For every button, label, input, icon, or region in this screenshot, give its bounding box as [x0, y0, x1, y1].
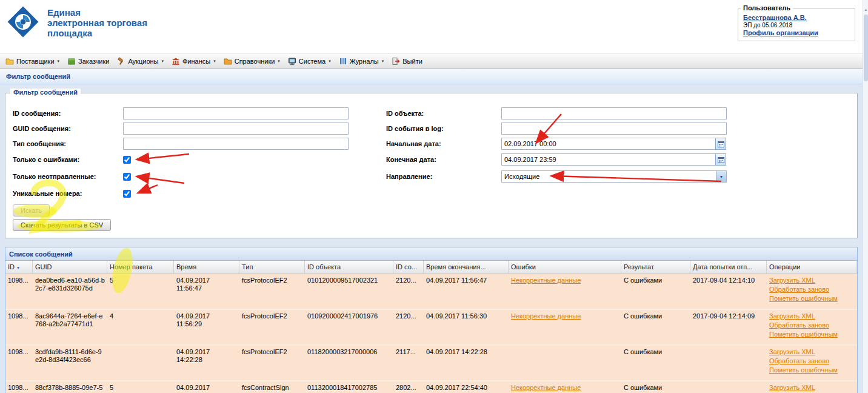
chevron-down-icon: ▾ — [716, 171, 726, 182]
field-label: Только с ошибками: — [13, 156, 123, 163]
errors-only-checkbox[interactable] — [123, 156, 131, 164]
end-date-input[interactable] — [501, 153, 716, 166]
operation-link[interactable]: Загрузить XML — [769, 277, 855, 284]
cell-package: 5 — [107, 274, 174, 309]
calendar-icon[interactable] — [715, 153, 726, 166]
error-link[interactable]: Некорректные данные — [511, 277, 581, 284]
user-panel-legend: Пользователь — [741, 4, 793, 12]
calendar-icon[interactable] — [715, 138, 726, 150]
menu-item-journals[interactable]: Журналы▾ — [336, 55, 389, 67]
field-label: Только неотправленные: — [13, 173, 123, 180]
table-row[interactable]: 1098...3cdfda9b-8111-6d6e-9e2d-8d34f423e… — [5, 346, 857, 381]
column-header-id_so[interactable]: ID со... — [393, 261, 424, 274]
error-link[interactable]: Некорректные данные — [511, 312, 581, 320]
page-title: Фильтр сообщений — [0, 69, 863, 84]
operation-link[interactable]: Загрузить XML — [769, 312, 855, 320]
menu-item-label: Аукционы — [128, 58, 158, 65]
cell-package: 4 — [107, 310, 174, 344]
menu-item-label: Система — [299, 58, 326, 65]
column-header-type[interactable]: Тип — [239, 261, 305, 274]
chevron-down-icon: ▾ — [213, 59, 216, 64]
table-row[interactable]: 1098...8ac9644a-7264-e6ef-e768-a2b2a7747… — [5, 310, 857, 346]
user-name-link[interactable]: Бесстрашнова А.В. — [743, 14, 850, 21]
operation-link[interactable]: Обработать заново — [769, 321, 855, 329]
menu-item-system[interactable]: Система▾ — [285, 55, 336, 67]
cell-package — [107, 346, 174, 380]
column-header-result[interactable]: Результат — [621, 261, 690, 274]
cell-result: С ошибками — [621, 274, 690, 309]
column-header-errors[interactable]: Ошибки — [509, 261, 621, 274]
field-label: ID сообщения: — [13, 110, 123, 117]
scrollbar[interactable]: ▲ — [863, 0, 868, 393]
menu-item-suppliers[interactable]: Поставщики▾ — [2, 55, 64, 67]
search-button[interactable]: Искать — [13, 204, 50, 217]
start-date-input[interactable] — [501, 138, 716, 150]
org-profile-link[interactable]: Профиль организации — [743, 29, 850, 36]
operation-link[interactable]: Пометить ошибочным — [769, 331, 855, 338]
cell-errors: Некорректные данные — [509, 274, 621, 309]
menu-item-finances[interactable]: Финансы▾ — [169, 55, 221, 67]
column-header-package[interactable]: Номер пакета — [107, 261, 174, 274]
download-csv-button[interactable]: Скачать результаты в CSV — [13, 219, 111, 231]
unique-numbers-checkbox[interactable] — [123, 190, 131, 198]
menu-item-label: Заказчики — [78, 58, 109, 65]
menu-item-references[interactable]: Справочники▾ — [221, 55, 285, 67]
app-header: Единая электронная торговая площадка Пол… — [0, 0, 863, 53]
operation-link[interactable]: Загрузить XML — [769, 384, 855, 392]
scroll-thumb[interactable] — [864, 15, 868, 81]
scroll-up-icon[interactable]: ▲ — [863, 6, 868, 13]
table-row[interactable]: 1098...88cf378b-8885-09e7-5d2a-7b41c6e0a… — [5, 381, 857, 393]
cell-attempt_date: 2017-09-04 12:14:10 — [690, 274, 767, 309]
column-header-time[interactable]: Время — [174, 261, 239, 274]
column-header-end_time[interactable]: Время окончания... — [424, 261, 509, 274]
direction-select[interactable]: Исходящие ▾ — [501, 170, 727, 183]
cell-package: 5 — [107, 381, 174, 393]
message-type-input[interactable] — [123, 138, 349, 150]
cell-id_so: 2117... — [393, 346, 424, 380]
column-header-id[interactable]: ID▾ — [5, 261, 33, 274]
cell-id: 1098... — [5, 310, 33, 344]
table-row[interactable]: 1098...dea0bed6-ea10-a56d-b2c7-e831d3260… — [5, 274, 857, 310]
column-header-attempt_date[interactable]: Дата попытки отп... — [690, 261, 767, 274]
field-label: Тип сообщения: — [13, 140, 123, 147]
menu-item-customers[interactable]: Заказчики — [64, 55, 114, 67]
menu-item-label: Выйти — [402, 58, 422, 65]
column-header-guid[interactable]: GUID — [33, 261, 107, 274]
log-event-id-input[interactable] — [501, 123, 727, 135]
menu-item-label: Поставщики — [16, 58, 55, 65]
cell-guid: 88cf378b-8885-09e7-5d2a-7b41c6e0a315 — [33, 381, 107, 393]
system-icon — [288, 57, 296, 66]
column-header-object_id[interactable]: ID объекта — [305, 261, 393, 274]
field-label: Конечная дата: — [386, 156, 501, 163]
operation-link[interactable]: Пометить ошибочным — [769, 295, 855, 303]
object-id-input[interactable] — [501, 107, 727, 119]
reference-book-icon — [224, 57, 232, 66]
cell-errors: Некорректные данные — [509, 381, 621, 393]
cell-object_id: 0118200003217000006 — [305, 346, 393, 380]
unsent-only-checkbox[interactable] — [123, 173, 131, 181]
chevron-down-icon: ▾ — [58, 59, 60, 64]
logo-line: Единая — [47, 7, 147, 18]
cell-operations: Загрузить XMLОбработать зановоПометить о… — [767, 346, 857, 380]
error-link[interactable]: Некорректные данные — [511, 384, 581, 391]
chevron-down-icon: ▾ — [382, 59, 384, 64]
menu-item-logout[interactable]: Выйти — [389, 55, 427, 67]
column-header-operations[interactable]: Операции — [767, 261, 857, 274]
menu-item-auctions[interactable]: Аукционы▾ — [114, 55, 169, 67]
cell-type: fcsProtocolEF2 — [239, 274, 305, 309]
menu-bar: Поставщики▾ЗаказчикиАукционы▾Финансы▾Спр… — [0, 53, 863, 69]
operation-link[interactable]: Обработать заново — [769, 357, 855, 365]
message-guid-input[interactable] — [123, 123, 349, 135]
cell-operations: Загрузить XMLОбработать зановоПометить о… — [767, 310, 857, 344]
operation-link[interactable]: Пометить ошибочным — [769, 366, 855, 374]
cell-object_id: 0113200018417002785 — [305, 381, 393, 393]
cell-time: 04.09.2017 11:56:47 — [174, 274, 239, 309]
operation-link[interactable]: Загрузить XML — [769, 348, 855, 356]
field-label: Направление: — [386, 173, 501, 180]
filter-legend: Фильтр сообщений — [10, 89, 81, 96]
cell-object_id: 0109200002417001976 — [305, 310, 393, 344]
cell-errors — [509, 346, 621, 380]
content-area: Фильтр сообщений ID сообщения: GUID сооб… — [0, 84, 863, 393]
message-id-input[interactable] — [123, 107, 349, 119]
operation-link[interactable]: Обработать заново — [769, 286, 855, 294]
